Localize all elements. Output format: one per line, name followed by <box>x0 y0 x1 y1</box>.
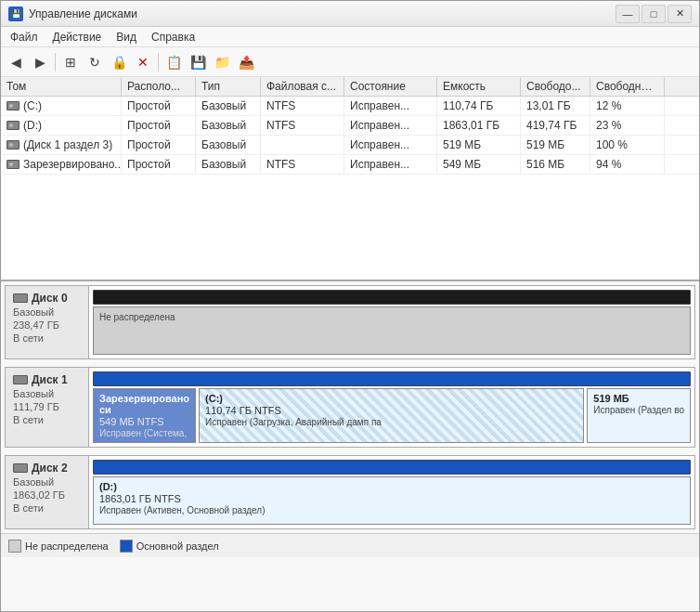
title-bar: 💾 Управление дисками — □ ✕ <box>1 1 699 27</box>
col-filesystem[interactable]: Файловая с... <box>261 77 344 96</box>
disk-0-part-status: Не распределена <box>99 312 684 322</box>
row4-status: Исправен... <box>344 155 437 174</box>
part-status: Исправен (Раздел во <box>593 405 684 415</box>
disk-0-size: 238,47 ГБ <box>13 319 81 331</box>
window-title: Управление дисками <box>29 7 137 20</box>
table-header: Том Располо... Тип Файловая с... Состоян… <box>1 77 699 97</box>
row3-location: Простой <box>122 136 196 154</box>
part-name: 519 МБ <box>593 393 684 404</box>
disk-1-part-c[interactable]: (C:) 110,74 ГБ NTFS Исправен (Загрузка, … <box>199 388 584 443</box>
disk-2-part-d[interactable]: (D:) 1863,01 ГБ NTFS Исправен (Активен, … <box>93 476 691 525</box>
part-status: Исправен (Активен, Основной раздел) <box>99 505 684 515</box>
legend-basic: Основной раздел <box>120 540 219 553</box>
refresh-button[interactable]: ↻ <box>84 51 106 73</box>
disk-label-icon <box>13 293 28 303</box>
row4-free: 516 МБ <box>521 155 590 174</box>
close-button[interactable]: ✕ <box>668 5 692 23</box>
disk-0-label: Диск 0 Базовый 238,47 ГБ В сети <box>6 286 89 358</box>
clipboard-button[interactable]: 📋 <box>162 51 185 73</box>
grid-button[interactable]: ⊞ <box>59 51 82 73</box>
part-name: Зарезервировано си <box>99 393 189 415</box>
disk-2-name: Диск 2 <box>13 462 81 475</box>
title-bar-left: 💾 Управление дисками <box>8 7 137 21</box>
part-size: 549 МБ NTFS <box>99 416 189 427</box>
row4-location: Простой <box>122 155 196 174</box>
disk-2-cells: (D:) 1863,01 ГБ NTFS Исправен (Активен, … <box>93 476 691 525</box>
row4-type: Базовый <box>196 155 261 174</box>
table-row[interactable]: (D:) Простой Базовый NTFS Исправен... 18… <box>1 116 699 136</box>
col-location[interactable]: Располо... <box>122 77 196 96</box>
disk-1-part-sysres[interactable]: Зарезервировано си 549 МБ NTFS Исправен … <box>93 388 196 443</box>
disk-label-icon <box>13 463 28 473</box>
back-button[interactable]: ◀ <box>5 51 27 73</box>
col-free[interactable]: Свободо... <box>521 77 590 96</box>
export-button[interactable]: 📤 <box>235 51 257 73</box>
disk-icon <box>6 101 19 111</box>
disk-0-unallocated[interactable]: Не распределена <box>93 306 691 355</box>
disk-0-type: Базовый <box>13 306 81 318</box>
delete-button[interactable]: ✕ <box>132 51 154 73</box>
table-row[interactable]: (Диск 1 раздел 3) Простой Базовый Исправ… <box>1 136 699 155</box>
row4-fs: NTFS <box>261 155 344 174</box>
col-free-pct[interactable]: Свободно % <box>590 77 665 96</box>
menu-action[interactable]: Действие <box>47 29 108 46</box>
maximize-button[interactable]: □ <box>642 5 666 23</box>
disk-0-bar <box>93 290 691 305</box>
row1-free: 13,01 ГБ <box>521 97 590 115</box>
forward-button[interactable]: ▶ <box>29 51 51 73</box>
row1-location: Простой <box>122 97 196 115</box>
table-row[interactable]: (C:) Простой Базовый NTFS Исправен... 11… <box>1 97 699 116</box>
toolbar-separator-1 <box>55 53 56 72</box>
col-status[interactable]: Состояние <box>344 77 437 96</box>
legend-unallocated: Не распределена <box>8 540 109 553</box>
disk-1-cells: Зарезервировано си 549 МБ NTFS Исправен … <box>93 388 691 443</box>
table-row[interactable]: Зарезервировано... Простой Базовый NTFS … <box>1 155 699 175</box>
disk-1-bar <box>93 371 691 386</box>
row1-fs: NTFS <box>261 97 344 115</box>
col-capacity[interactable]: Емкость <box>437 77 521 96</box>
legend-box-basic <box>120 540 133 553</box>
disk-1-label: Диск 1 Базовый 111,79 ГБ В сети <box>6 368 89 447</box>
row2-location: Простой <box>122 116 196 135</box>
minimize-button[interactable]: — <box>616 5 640 23</box>
part-size: 1863,01 ГБ NTFS <box>99 493 684 504</box>
app-icon: 💾 <box>8 7 23 21</box>
lock-button[interactable]: 🔒 <box>108 51 130 73</box>
disk-1-status: В сети <box>13 414 81 425</box>
col-type[interactable]: Тип <box>196 77 261 96</box>
row4-free-pct: 94 % <box>590 155 665 174</box>
row3-status: Исправен... <box>344 136 437 154</box>
disk-1-name: Диск 1 <box>13 373 81 386</box>
disk-0-cells: Не распределена <box>93 306 691 355</box>
save-button[interactable]: 💾 <box>187 51 209 73</box>
row2-free-pct: 23 % <box>590 116 665 135</box>
menu-view[interactable]: Вид <box>110 29 142 46</box>
folder-button[interactable]: 📁 <box>211 51 233 73</box>
disk-2-row: Диск 2 Базовый 1863,02 ГБ В сети (D:) 18… <box>5 455 695 529</box>
disk-0-row: Диск 0 Базовый 238,47 ГБ В сети Не распр… <box>5 285 695 359</box>
row2-status: Исправен... <box>344 116 437 135</box>
disk-0-status: В сети <box>13 332 81 344</box>
row1-free-pct: 12 % <box>590 97 665 115</box>
row1-name: (C:) <box>1 97 122 115</box>
col-tom[interactable]: Том <box>1 77 122 96</box>
menu-file[interactable]: Файл <box>5 29 44 46</box>
legend-label-basic: Основной раздел <box>136 540 219 552</box>
row1-capacity: 110,74 ГБ <box>437 97 521 115</box>
part-name: (D:) <box>99 481 684 492</box>
disk-1-size: 111,79 ГБ <box>13 401 81 412</box>
row1-status: Исправен... <box>344 97 437 115</box>
row3-free-pct: 100 % <box>590 136 665 154</box>
table-body: (C:) Простой Базовый NTFS Исправен... 11… <box>1 97 699 175</box>
disk-1-part-3[interactable]: 519 МБ Исправен (Раздел во <box>587 388 691 443</box>
title-controls: — □ ✕ <box>616 5 692 23</box>
menu-help[interactable]: Справка <box>146 29 201 46</box>
toolbar-separator-2 <box>158 53 159 72</box>
part-status: Исправен (Загрузка, Аварийный дамп па <box>205 417 577 427</box>
disk-0-partitions: Не распределена <box>89 286 694 358</box>
toolbar: ◀ ▶ ⊞ ↻ 🔒 ✕ 📋 💾 📁 📤 <box>1 47 699 77</box>
disk-1-row: Диск 1 Базовый 111,79 ГБ В сети Зарезерв… <box>5 367 695 448</box>
row2-name: (D:) <box>1 116 122 135</box>
row2-free: 419,74 ГБ <box>521 116 590 135</box>
row3-type: Базовый <box>196 136 261 154</box>
